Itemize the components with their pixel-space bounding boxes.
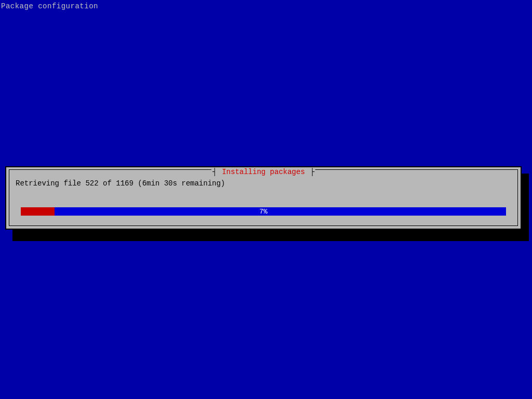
progress-percent-label: 7%: [21, 207, 506, 216]
progress-bar: 7%: [21, 207, 506, 216]
title-bracket-right: ├: [310, 168, 314, 176]
installer-dialog: ┤ Installing packages ├ Retrieving file …: [5, 166, 522, 230]
title-bracket-left: ┤: [212, 168, 217, 176]
dialog-title: Installing packages: [219, 168, 308, 176]
dialog-inner-border: ┤ Installing packages ├ Retrieving file …: [9, 169, 518, 226]
page-title: Package configuration: [1, 2, 98, 10]
dialog-title-wrapper: ┤ Installing packages ├: [211, 168, 315, 176]
status-text: Retrieving file 522 of 1169 (6min 30s re…: [16, 179, 225, 188]
